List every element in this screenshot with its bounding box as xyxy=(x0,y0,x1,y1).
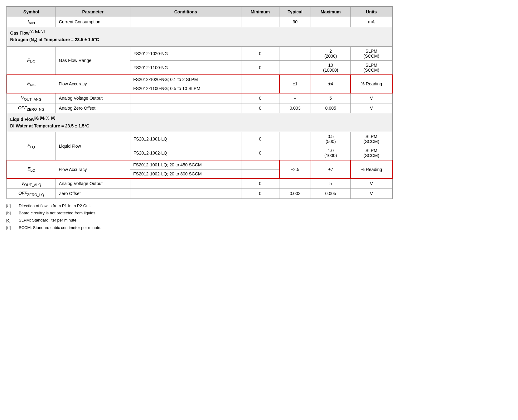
units-elq: % Reading xyxy=(351,160,392,179)
typ-vout-ang: – xyxy=(279,93,311,103)
symbol-off-zero-ng: OFFZERO_NG xyxy=(7,103,56,113)
cond-vout-ang xyxy=(130,93,241,103)
notes-section: [a] Direction of flow is from P1 In to P… xyxy=(6,202,512,231)
analog-voltage-liquid-row: VOUT_ALQ Analog Voltage Output 0 – 5 V xyxy=(7,179,392,189)
note-b-ref: [b] xyxy=(6,209,16,217)
max-flq-1002: 1.0(1000) xyxy=(311,146,351,160)
typ-off-zero-ng: 0.003 xyxy=(279,103,311,113)
note-c-text: SLPM: Standard liter per minute. xyxy=(19,217,78,224)
max-fng-1020: 2(2000) xyxy=(311,46,351,60)
units-flq-1001: SLPM(SCCM) xyxy=(351,132,392,146)
note-a-ref: [a] xyxy=(6,202,16,209)
header-maximum: Maximum xyxy=(311,7,351,17)
gas-flow-range-row-1: FNG Gas Flow Range FS2012-1020-NG 0 2(20… xyxy=(7,46,392,60)
gas-flow-section-header-row: Gas Flow[a], [c], [d] Nitrogen (N2) at T… xyxy=(7,27,392,46)
min-vout-ang: 0 xyxy=(241,93,279,103)
header-typical: Typical xyxy=(279,7,311,17)
param-off-zero-ng: Analog Zero Offset xyxy=(56,103,130,113)
max-fng-1100: 10(10000) xyxy=(311,60,351,75)
header-units: Units xyxy=(351,7,392,17)
symbol-vout-alq: VOUT_ALQ xyxy=(7,179,56,189)
analog-voltage-gas-row: VOUT_ANG Analog Voltage Output 0 – 5 V xyxy=(7,93,392,103)
header-symbol: Symbol xyxy=(7,7,56,17)
min-eng-1100 xyxy=(241,84,279,93)
typ-off-zero-lq: 0.003 xyxy=(279,189,311,198)
gas-flow-section-header: Gas Flow[a], [c], [d] Nitrogen (N2) at T… xyxy=(7,27,392,46)
note-b-text: Board circuitry is not protected from li… xyxy=(19,209,96,217)
header-conditions: Conditions xyxy=(130,7,241,17)
note-b: [b] Board circuitry is not protected fro… xyxy=(6,209,512,217)
specs-table: Symbol Parameter Conditions Minimum Typi… xyxy=(7,7,393,199)
note-d: [d] SCCM: Standard cubic centimeter per … xyxy=(6,224,512,231)
min-eng-1020 xyxy=(241,75,279,84)
zero-offset-liquid-row: OFFZERO_LQ Zero Offset 0 0.003 0.005 V xyxy=(7,189,392,198)
typ-flq-1001 xyxy=(279,132,311,146)
typ-vout-alq: – xyxy=(279,179,311,189)
symbol-vout-ang: VOUT_ANG xyxy=(7,93,56,103)
cond-vout-alq xyxy=(130,179,241,189)
param-flow-accuracy-gas: Flow Accuracy xyxy=(56,75,130,93)
units-flq-1002: SLPM(SCCM) xyxy=(351,146,392,160)
cond-fng-1020: FS2012-1020-NG xyxy=(130,46,241,60)
note-a: [a] Direction of flow is from P1 In to P… xyxy=(6,202,512,209)
zero-offset-gas-row: OFFZERO_NG Analog Zero Offset 0 0.003 0.… xyxy=(7,103,392,113)
min-current-consumption xyxy=(241,17,279,27)
liquid-flow-row-1: FLQ Liquid Flow FS2012-1001-LQ 0 0.5(500… xyxy=(7,132,392,146)
param-flow-accuracy-liquid: Flow Accuracy xyxy=(56,160,130,179)
units-vout-ang: V xyxy=(351,93,392,103)
param-current-consumption: Current Consumption xyxy=(56,17,130,27)
cond-current-consumption xyxy=(130,17,241,27)
units-fng-1100: SLPM(SCCM) xyxy=(351,60,392,75)
symbol-flq: FLQ xyxy=(7,132,56,160)
cond-fng-1100: FS2012-1100-NG xyxy=(130,60,241,75)
flow-accuracy-gas-row-1: ENG Flow Accuracy FS2012-1020-NG; 0.1 to… xyxy=(7,75,392,84)
units-fng-1020: SLPM(SCCM) xyxy=(351,46,392,60)
max-off-zero-ng: 0.005 xyxy=(311,103,351,113)
typ-fng-1100 xyxy=(279,60,311,75)
cond-flq-1001: FS2012-1001-LQ xyxy=(130,132,241,146)
note-a-text: Direction of flow is from P1 In to P2 Ou… xyxy=(19,202,91,209)
cond-eng-1020: FS2012-1020-NG; 0.1 to 2 SLPM xyxy=(130,75,241,84)
units-off-zero-ng: V xyxy=(351,103,392,113)
liquid-flow-section-header-row: Liquid Flow[a], [b], [c], [d] DI Water a… xyxy=(7,113,392,132)
symbol-off-zero-lq: OFFZERO_LQ xyxy=(7,189,56,198)
cond-flq-1002: FS2012-1002-LQ xyxy=(130,146,241,160)
symbol-eng: ENG xyxy=(7,75,56,93)
note-c-ref: [c] xyxy=(6,217,16,224)
note-c: [c] SLPM: Standard liter per minute. xyxy=(6,217,512,224)
symbol-elq: ELQ xyxy=(7,160,56,179)
symbol-fng: FNG xyxy=(7,46,56,75)
typ-eng: ±1 xyxy=(279,75,311,93)
symbol-ivin: IVIN xyxy=(7,17,56,27)
min-fng-1100: 0 xyxy=(241,60,279,75)
param-gas-flow-range: Gas Flow Range xyxy=(56,46,130,75)
min-flq-1002: 0 xyxy=(241,146,279,160)
min-elq-1002 xyxy=(241,169,279,179)
current-consumption-row: IVIN Current Consumption 30 mA xyxy=(7,17,392,27)
typ-fng-1020 xyxy=(279,46,311,60)
param-vout-ang: Analog Voltage Output xyxy=(56,93,130,103)
cond-eng-1100: FS2012-1100-NG; 0.5 to 10 SLPM xyxy=(130,84,241,93)
max-off-zero-lq: 0.005 xyxy=(311,189,351,198)
min-vout-alq: 0 xyxy=(241,179,279,189)
units-vout-alq: V xyxy=(351,179,392,189)
min-flq-1001: 0 xyxy=(241,132,279,146)
min-elq-1001 xyxy=(241,160,279,169)
min-off-zero-ng: 0 xyxy=(241,103,279,113)
typ-current-consumption: 30 xyxy=(279,17,311,27)
typ-elq: ±2.5 xyxy=(279,160,311,179)
max-eng: ±4 xyxy=(311,75,351,93)
min-off-zero-lq: 0 xyxy=(241,189,279,198)
max-vout-ang: 5 xyxy=(311,93,351,103)
param-liquid-flow: Liquid Flow xyxy=(56,132,130,160)
cond-off-zero-ng xyxy=(130,103,241,113)
units-off-zero-lq: V xyxy=(351,189,392,198)
header-minimum: Minimum xyxy=(241,7,279,17)
max-elq: ±7 xyxy=(311,160,351,179)
units-eng: % Reading xyxy=(351,75,392,93)
cond-elq-1002: FS2012-1002-LQ; 20 to 800 SCCM xyxy=(130,169,241,179)
max-current-consumption xyxy=(311,17,351,27)
note-d-ref: [d] xyxy=(6,224,16,231)
flow-accuracy-liquid-row-1: ELQ Flow Accuracy FS2012-1001-LQ; 20 to … xyxy=(7,160,392,169)
param-vout-alq: Analog Voltage Output xyxy=(56,179,130,189)
